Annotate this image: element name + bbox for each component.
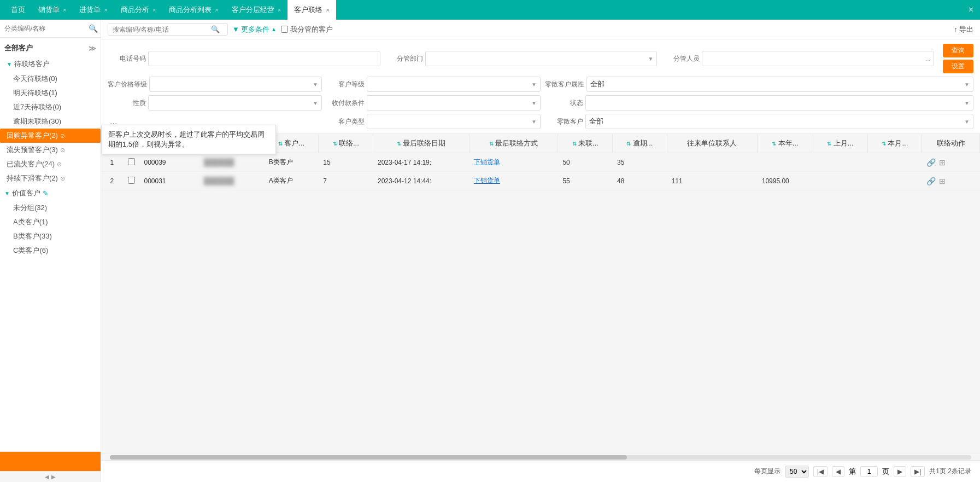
nav-home[interactable]: 首页: [4, 0, 32, 20]
sort-icon-lastmonth[interactable]: ⇅: [827, 141, 831, 147]
sidebar-item-7days-pending[interactable]: 近7天待联络(0): [0, 100, 101, 114]
export-button[interactable]: ↑ 导出: [954, 25, 974, 34]
sort-icon-year[interactable]: ⇅: [772, 141, 776, 147]
sort-icon-overdue[interactable]: ⇅: [626, 141, 631, 147]
row2-action: 🔗 ⊞: [922, 172, 980, 190]
phone-input[interactable]: [148, 51, 380, 66]
sort-icon-method[interactable]: ⇅: [489, 141, 494, 147]
close-purchase-icon[interactable]: ×: [104, 7, 107, 13]
pending-section[interactable]: ▼ 待联络客户: [0, 56, 101, 72]
row1-code: 000039: [139, 153, 197, 172]
row1-link-icon[interactable]: 🔗: [926, 158, 936, 167]
retail-attr-select[interactable]: 全部 ▼: [586, 77, 973, 92]
first-page-btn[interactable]: |◀: [813, 466, 828, 477]
nav-product-analysis-list[interactable]: 商品分析列表 ×: [162, 0, 225, 20]
payment-caret-icon: ▼: [531, 100, 537, 106]
payment-select[interactable]: ▼: [367, 95, 541, 111]
close-product-analysis-list-icon[interactable]: ×: [215, 7, 218, 13]
row1-last-contact-method[interactable]: 下销货单: [469, 153, 558, 172]
row2-grid-icon[interactable]: ⊞: [939, 177, 946, 185]
search-icon[interactable]: 🔍: [211, 25, 220, 33]
sort-icon-unlink[interactable]: ⇅: [572, 141, 577, 147]
retail-customer-select[interactable]: 全部 ▼: [585, 114, 973, 129]
my-customers-checkbox-label[interactable]: 我分管的客户: [281, 25, 333, 34]
grade-select[interactable]: ▼: [367, 77, 541, 92]
sidebar-search-input[interactable]: [4, 25, 86, 32]
gender-select[interactable]: ▼: [148, 95, 322, 111]
my-customers-checkbox[interactable]: [281, 26, 288, 33]
row1-checkbox[interactable]: [128, 158, 135, 165]
phone-label: 电话号码: [108, 54, 146, 63]
nav-customer-segment[interactable]: 客户分层经营 ×: [225, 0, 287, 20]
close-sales-icon[interactable]: ×: [63, 7, 66, 13]
sidebar-item-class-a[interactable]: A类客户(1): [0, 215, 101, 229]
sidebar-search-icon[interactable]: 🔍: [89, 24, 98, 33]
row1-action-icons: 🔗 ⊞: [926, 158, 975, 167]
sidebar-expand-btn[interactable]: ◀ ▶: [0, 471, 101, 482]
per-page-label: 每页显示: [754, 467, 781, 476]
nav-customer-contact[interactable]: 客户联络 ×: [287, 0, 336, 20]
value-customer-edit-icon[interactable]: ✎: [43, 189, 49, 198]
person-ellipsis-icon: ...: [926, 56, 930, 62]
tree-collapse-icon[interactable]: ≫: [89, 44, 96, 53]
sidebar-item-class-c[interactable]: C类客户(6): [0, 243, 101, 258]
nav-sales[interactable]: 销货单 ×: [32, 0, 73, 20]
sidebar-tree: 全部客户 ≫ ▼ 待联络客户 今天待联络(0) 明天待联络(1) 近7天待联络(…: [0, 38, 101, 451]
sort-icon-contact[interactable]: ⇅: [333, 141, 337, 147]
all-customers-header[interactable]: 全部客户 ≫: [0, 40, 101, 56]
row2-last-month: [813, 172, 868, 190]
row2-checkbox[interactable]: [128, 177, 135, 184]
close-product-analysis-icon[interactable]: ×: [152, 7, 156, 13]
sort-icon-thismonth[interactable]: ⇅: [882, 141, 886, 147]
sort-icon-date[interactable]: ⇅: [397, 141, 401, 147]
row2-code: 000031: [139, 172, 197, 190]
sidebar-item-ungroup[interactable]: 未分组(32): [0, 201, 101, 215]
status-select[interactable]: ▼: [585, 95, 973, 111]
th-unit-contact: 往来单位联系人: [667, 134, 757, 153]
sidebar-item-class-b[interactable]: B类客户(33): [0, 229, 101, 243]
person-select[interactable]: ...: [702, 51, 934, 66]
value-customer-section[interactable]: ▼ 价值客户 ✎: [0, 185, 101, 201]
dept-select[interactable]: ▼: [425, 51, 658, 66]
customer-type-select[interactable]: ▼: [367, 114, 541, 129]
price-grade-select[interactable]: ▼: [149, 77, 322, 92]
chevron-down-icon: ▲: [271, 26, 277, 32]
sidebar-item-tomorrow-pending[interactable]: 明天待联络(1): [0, 86, 101, 100]
scrollbar-thumb[interactable]: [110, 455, 627, 460]
row2-link-icon[interactable]: 🔗: [926, 177, 936, 185]
row2-contact-count: 7: [319, 172, 373, 190]
window-close-button[interactable]: ×: [969, 5, 973, 15]
settings-button[interactable]: 设置: [943, 60, 973, 73]
nav-purchase[interactable]: 进货单 ×: [73, 0, 114, 20]
row1-checkbox-cell[interactable]: [123, 153, 139, 172]
row2-last-contact-method[interactable]: 下销货单: [469, 172, 558, 190]
row1-grid-icon[interactable]: ⊞: [939, 158, 946, 167]
row2-contact-link[interactable]: 下销货单: [474, 177, 500, 184]
sidebar-item-repurchase-abnormal[interactable]: 回购异常客户(2) ⊘: [0, 129, 101, 143]
horizontal-scrollbar[interactable]: [101, 454, 980, 460]
row2-this-year: 10995.00: [757, 172, 813, 190]
row1-last-month: [813, 153, 868, 172]
sort-icon-type[interactable]: ⇅: [278, 141, 283, 147]
row1-name: ██████: [197, 153, 264, 172]
next-page-btn[interactable]: ▶: [894, 466, 906, 477]
sidebar-item-overdue-pending[interactable]: 逾期未联络(30): [0, 114, 101, 129]
sidebar-item-already-lost[interactable]: 已流失客户(24) ⊘: [0, 157, 101, 171]
sidebar-item-lost-pre[interactable]: 流失预警客户(3) ⊘: [0, 143, 101, 157]
sidebar-item-today-pending[interactable]: 今天待联络(0): [0, 72, 101, 86]
close-customer-contact-icon[interactable]: ×: [326, 7, 329, 13]
per-page-select[interactable]: 50: [785, 466, 809, 478]
filter-bar: 🔍 ▼ 更多条件 ▲ 我分管的客户 ↑ 导出: [101, 20, 980, 39]
table-row: 1 000039 ██████ B类客户 15 2023-04-17 14:19…: [101, 153, 980, 172]
close-customer-segment-icon[interactable]: ×: [278, 7, 281, 13]
nav-product-analysis[interactable]: 商品分析 ×: [114, 0, 162, 20]
row2-checkbox-cell[interactable]: [123, 172, 139, 190]
last-page-btn[interactable]: ▶|: [911, 466, 925, 477]
page-input[interactable]: [860, 466, 878, 477]
sidebar-item-continuous-down[interactable]: 持续下滑客户(2) ⊘: [0, 171, 101, 185]
prev-page-btn[interactable]: ◀: [832, 466, 844, 477]
search-input[interactable]: [113, 26, 211, 33]
row1-contact-link[interactable]: 下销货单: [474, 158, 500, 166]
query-button[interactable]: 查询: [943, 44, 973, 57]
more-conditions-btn[interactable]: ▼ 更多条件 ▲: [232, 25, 277, 34]
